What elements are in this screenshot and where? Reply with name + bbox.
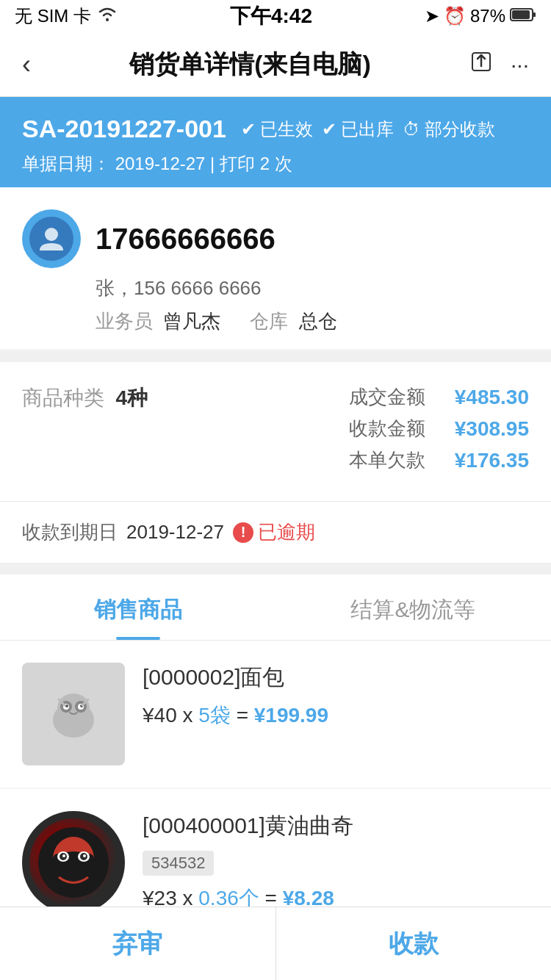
tabs-bar: 销售商品 结算&物流等 [0, 574, 551, 641]
svg-rect-3 [512, 10, 530, 19]
ninja-inner [29, 818, 118, 907]
sim-status: 无 SIM 卡 [15, 4, 91, 28]
stats-left: 商品种类 4种 [22, 384, 148, 412]
salesperson-label: 业务员 曾凡杰 [96, 309, 220, 334]
date-value: 2019-12-27 [115, 154, 206, 173]
svg-point-23 [62, 854, 65, 857]
overdue-badge: ! 已逾期 [233, 519, 315, 545]
product-name-2: [000400001]黄油曲奇 [143, 811, 529, 841]
page-title: 销货单详情(来自电脑) [129, 48, 371, 82]
badge-out-stock: ✔ 已出库 [322, 118, 394, 141]
header-banner: SA-20191227-001 ✔ 已生效 ✔ 已出库 ⏱ 部分收款 单据日期：… [0, 97, 551, 187]
more-icon[interactable]: ··· [511, 52, 529, 77]
price-qty-1: 5袋 [198, 704, 231, 727]
status-right: ➤ ⏰ 87% [425, 6, 536, 26]
kind-value: 4种 [116, 386, 148, 409]
stats-section: 商品种类 4种 成交金额 ¥485.30 收款金额 ¥308.95 本单欠款 ¥… [0, 362, 551, 501]
product-tag-2: 534532 [143, 851, 214, 876]
receipt-row: 收款金额 ¥308.95 [349, 416, 529, 442]
alarm-icon: ⏰ [444, 6, 466, 26]
receive-payment-button[interactable]: 收款 [276, 907, 552, 980]
product-info-2: [000400001]黄油曲奇 534532 ¥23 x 0.36个 = ¥8.… [143, 811, 529, 912]
divider-2 [0, 563, 551, 574]
product-list: [0000002]面包 ¥40 x 5袋 = ¥199.99 [0, 641, 551, 936]
salesperson-value: 曾凡杰 [163, 310, 220, 332]
deal-row: 成交金额 ¥485.30 [349, 384, 529, 410]
tab-settlement[interactable]: 结算&物流等 [276, 574, 551, 640]
due-section: 收款到期日 2019-12-27 ! 已逾期 [0, 502, 551, 563]
receipt-label: 收款金额 [349, 416, 425, 442]
deal-value: ¥485.30 [455, 386, 529, 409]
svg-point-0 [106, 18, 109, 21]
owed-label: 本单欠款 [349, 447, 425, 473]
wifi-icon [97, 6, 118, 26]
battery-icon [510, 6, 536, 26]
overdue-text: 已逾期 [258, 519, 315, 545]
clock-icon: ⏱ [403, 119, 420, 140]
status-badges: ✔ 已生效 ✔ 已出库 ⏱ 部分收款 [241, 118, 495, 141]
print-info: | 打印 2 次 [210, 154, 292, 173]
product-image-1 [22, 663, 125, 765]
owed-row: 本单欠款 ¥176.35 [349, 447, 529, 473]
svg-point-6 [45, 228, 58, 241]
svg-point-24 [83, 854, 86, 857]
tab-products[interactable]: 销售商品 [0, 574, 276, 640]
receipt-value: ¥308.95 [455, 417, 529, 441]
svg-rect-2 [533, 12, 536, 17]
check-icon-1: ✔ [241, 119, 256, 140]
stats-right: 成交金额 ¥485.30 收款金额 ¥308.95 本单欠款 ¥176.35 [349, 384, 529, 479]
nav-actions: ··· [469, 50, 529, 79]
nav-bar: ‹ 销货单详情(来自电脑) ··· [0, 32, 551, 97]
badge-effective: ✔ 已生效 [241, 118, 313, 141]
price-total-1: ¥199.99 [254, 704, 328, 727]
date-label: 单据日期： [22, 154, 110, 173]
product-info-1: [0000002]面包 ¥40 x 5袋 = ¥199.99 [143, 663, 529, 729]
warehouse-info: 仓库 总仓 [250, 309, 336, 334]
due-value: 2019-12-27 [126, 521, 224, 544]
divider-1 [0, 350, 551, 362]
price-base-1: ¥40 [143, 704, 177, 727]
location-icon: ➤ [425, 6, 439, 26]
status-left: 无 SIM 卡 [15, 4, 118, 28]
product-name-1: [0000002]面包 [143, 663, 529, 693]
check-icon-2: ✔ [322, 119, 336, 140]
customer-meta: 业务员 曾凡杰 仓库 总仓 [96, 309, 529, 334]
battery-text: 87% [470, 6, 505, 26]
deal-label: 成交金额 [349, 384, 425, 410]
back-button[interactable]: ‹ [22, 49, 31, 80]
banner-date-row: 单据日期： 2019-12-27 | 打印 2 次 [22, 152, 529, 176]
cancel-audit-button[interactable]: 弃审 [0, 907, 276, 980]
bottom-bar: 弃审 收款 [0, 907, 551, 980]
due-label: 收款到期日 [22, 519, 118, 545]
avatar-icon [29, 217, 73, 261]
customer-name-phone: 张，156 6666 6666 [96, 275, 529, 301]
share-icon[interactable] [469, 50, 493, 79]
customer-section: 17666666666 张，156 6666 6666 业务员 曾凡杰 仓库 总… [0, 187, 551, 349]
avatar [22, 209, 81, 268]
badge-partial-receipt: ⏱ 部分收款 [403, 118, 495, 141]
status-time: 下午4:42 [230, 2, 312, 30]
order-id: SA-20191227-001 [22, 115, 226, 143]
product-price-1: ¥40 x 5袋 = ¥199.99 [143, 702, 529, 729]
customer-phone: 17666666666 [96, 223, 276, 256]
warehouse-value: 总仓 [299, 310, 337, 332]
product-item-1: [0000002]面包 ¥40 x 5袋 = ¥199.99 [0, 641, 551, 788]
svg-point-13 [65, 705, 68, 707]
product-image-2 [22, 811, 125, 914]
status-bar: 无 SIM 卡 下午4:42 ➤ ⏰ 87% [0, 0, 551, 32]
overdue-icon: ! [233, 522, 253, 543]
owed-value: ¥176.35 [455, 449, 529, 472]
